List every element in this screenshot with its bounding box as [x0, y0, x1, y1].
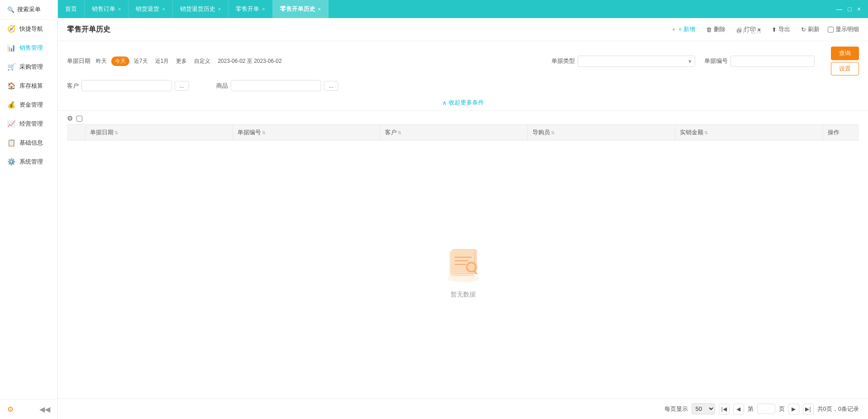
sales-mgmt-icon: 📊 — [7, 44, 16, 52]
sidebar-item-label: 系统管理 — [19, 158, 43, 166]
date-filter-label: 单据日期 — [67, 57, 90, 65]
display-detail-checkbox[interactable]: 显示明细 — [828, 25, 859, 33]
th-no[interactable]: 单据编号 ⇅ — [232, 125, 380, 141]
sidebar-item-label: 采购管理 — [19, 63, 43, 71]
sidebar-item-finance[interactable]: 💰 资金管理 — [0, 95, 57, 114]
sidebar-collapse-icon[interactable]: ◀◀ — [39, 405, 50, 414]
doc-type-select[interactable] — [578, 56, 695, 67]
tab-retail-open-history-close[interactable]: × — [318, 6, 321, 12]
main-area: 首页 销售订单 × 销货退货 × 销货退货历史 × 零售开单 × 零售开单历史 … — [58, 0, 868, 419]
tab-sales-return-close[interactable]: × — [162, 6, 165, 12]
page-input[interactable]: 1 — [757, 404, 775, 414]
prev-page-btn[interactable]: ◀ — [733, 404, 744, 414]
shortcut-yesterday[interactable]: 昨天 — [93, 56, 109, 66]
empty-text: 暂无数据 — [451, 291, 476, 299]
filter-product-item: 商品 ... — [216, 80, 338, 91]
delete-button[interactable]: 🗑 删除 — [703, 24, 728, 35]
tab-retail-open-history[interactable]: 零售开单历史 × — [273, 0, 328, 18]
settings-gear-icon[interactable]: ⚙ — [7, 405, 14, 414]
th-amount-sort[interactable]: 实销金额 ⇅ — [680, 128, 818, 137]
purchase-mgmt-icon: 🛒 — [7, 63, 16, 71]
next-page-btn[interactable]: ▶ — [788, 404, 799, 414]
sidebar-search[interactable]: 🔍 搜索采单 — [0, 0, 57, 19]
shortcut-more[interactable]: 更多 — [173, 56, 190, 66]
tab-sales-order-close[interactable]: × — [118, 6, 121, 12]
sidebar-item-inventory[interactable]: 🏠 库存核算 — [0, 76, 57, 95]
close-btn[interactable]: × — [857, 5, 861, 13]
sidebar-search-label: 搜索采单 — [17, 5, 41, 14]
shortcut-last1month[interactable]: 近1月 — [152, 56, 172, 66]
th-checkbox — [67, 125, 85, 141]
tab-retail-open-close[interactable]: × — [262, 6, 265, 12]
customer-input[interactable] — [81, 80, 172, 91]
first-page-btn[interactable]: |◀ — [719, 404, 730, 414]
print-button[interactable]: 🖨 打印 ▾ — [734, 24, 764, 35]
th-no-sort[interactable]: 单据编号 ⇅ — [237, 128, 375, 137]
sidebar-item-operations[interactable]: 📈 经营管理 — [0, 114, 57, 133]
date-shortcuts: 昨天 今天 近7天 近1月 更多 自定义 — [93, 56, 213, 66]
shortcut-last7days[interactable]: 近7天 — [131, 56, 151, 66]
minimize-btn[interactable]: — — [836, 5, 842, 13]
print-icon: 🖨 — [736, 26, 742, 33]
tab-sales-return-history[interactable]: 销货退货历史 × — [173, 0, 228, 18]
shortcut-custom[interactable]: 自定义 — [191, 56, 213, 66]
th-date[interactable]: 单据日期 ⇅ — [85, 125, 232, 141]
page-label-suffix: 页 — [779, 405, 785, 413]
add-icon: ＋ — [671, 25, 677, 33]
table-settings-icon[interactable]: ⚙ — [67, 114, 73, 122]
table-select-all-checkbox[interactable] — [76, 116, 82, 122]
date-range-text: 2023-06-02 至 2023-06-02 — [218, 57, 281, 65]
collapse-conditions-btn[interactable]: ∧ 收起更多条件 — [67, 96, 859, 110]
setting-button[interactable]: 设置 — [831, 62, 859, 75]
tab-retail-open[interactable]: 零售开单 × — [228, 0, 272, 18]
sys-mgmt-icon: ⚙️ — [7, 158, 16, 166]
finance-icon: 💰 — [7, 101, 16, 109]
no-sort-icon: ⇅ — [262, 130, 266, 135]
sidebar-item-label: 经营管理 — [19, 120, 43, 128]
th-customer-sort[interactable]: 客户 ⇅ — [385, 128, 523, 137]
shortcut-today[interactable]: 今天 — [111, 56, 129, 66]
th-customer[interactable]: 客户 ⇅ — [380, 125, 527, 141]
maximize-btn[interactable]: □ — [848, 5, 851, 13]
tab-retail-open-history-label: 零售开单历史 — [280, 5, 315, 13]
page-title: 零售开单历史 — [67, 25, 110, 34]
table-top-bar: ⚙ — [67, 111, 859, 124]
th-salesperson[interactable]: 导购员 ⇅ — [528, 125, 675, 141]
th-salesperson-sort[interactable]: 导购员 ⇅ — [532, 128, 670, 137]
tab-sales-return-history-label: 销货退货历史 — [180, 5, 215, 13]
table-header-row: 单据日期 ⇅ 单据编号 ⇅ 客户 — [67, 125, 859, 141]
table-area: ⚙ 单据日期 ⇅ 单据编 — [58, 111, 868, 398]
sidebar-item-label: 库存核算 — [19, 82, 43, 90]
product-input[interactable] — [231, 80, 321, 91]
export-button[interactable]: ⬆ 导出 — [769, 24, 793, 35]
last-page-btn[interactable]: ▶| — [803, 404, 814, 414]
sidebar-item-quick-nav[interactable]: 🧭 快捷导航 — [0, 19, 57, 38]
th-action: 操作 — [823, 125, 859, 141]
filter-area: 单据日期 昨天 今天 近7天 近1月 更多 自定义 2023-06-02 至 2… — [58, 41, 868, 111]
tab-sales-order[interactable]: 销售订单 × — [85, 0, 128, 18]
doc-no-input[interactable] — [730, 56, 815, 67]
sidebar-item-sys-mgmt[interactable]: ⚙️ 系统管理 — [0, 152, 57, 171]
sidebar-item-basic-info[interactable]: 📋 基础信息 — [0, 133, 57, 152]
page-size-select[interactable]: 50 10 20 100 — [692, 403, 715, 414]
tab-home[interactable]: 首页 — [58, 0, 85, 18]
page-total: 共0页，0条记录 — [817, 405, 859, 413]
sidebar: 🔍 搜索采单 🧭 快捷导航 📊 销售管理 🛒 采购管理 🏠 库存核算 💰 资金管… — [0, 0, 58, 419]
sidebar-item-sales-mgmt[interactable]: 📊 销售管理 — [0, 38, 57, 57]
product-ellipsis-btn[interactable]: ... — [324, 81, 338, 91]
tab-sales-return[interactable]: 销货退货 × — [128, 0, 172, 18]
display-detail-input[interactable] — [828, 27, 834, 33]
sidebar-item-label: 资金管理 — [19, 101, 43, 109]
refresh-button[interactable]: ↻ 刷新 — [798, 24, 822, 35]
customer-ellipsis-btn[interactable]: ... — [175, 81, 189, 91]
tab-sales-return-history-close[interactable]: × — [218, 6, 221, 12]
sidebar-item-purchase-mgmt[interactable]: 🛒 采购管理 — [0, 57, 57, 76]
collapse-label: 收起更多条件 — [449, 99, 484, 107]
doc-no-label: 单据编号 — [704, 57, 728, 65]
add-button[interactable]: ＋ + 新增 — [668, 24, 698, 35]
th-date-sort[interactable]: 单据日期 ⇅ — [90, 128, 228, 137]
content-area: 零售开单历史 ＋ + 新增 🗑 删除 🖨 打印 ▾ ⬆ 导出 — [58, 18, 868, 419]
query-button[interactable]: 查询 — [831, 47, 859, 60]
th-amount[interactable]: 实销金额 ⇅ — [675, 125, 823, 141]
data-table: 单据日期 ⇅ 单据编号 ⇅ 客户 — [67, 124, 859, 141]
